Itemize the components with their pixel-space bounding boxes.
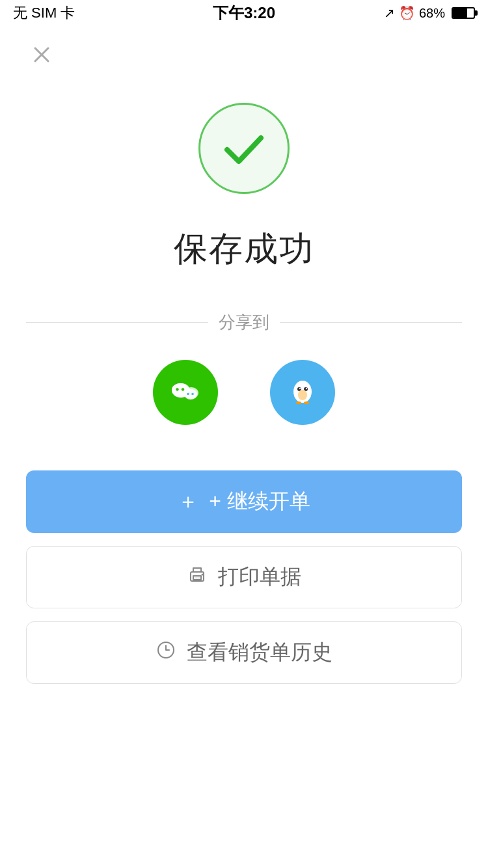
status-left: 无 SIM 卡 [13, 3, 80, 23]
svg-point-27 [304, 401, 309, 404]
share-section: 分享到 [26, 311, 462, 425]
plus-icon: ＋ [178, 487, 198, 516]
print-button[interactable]: 打印单据 [26, 546, 462, 608]
continue-label: + 继续开单 [209, 487, 310, 516]
share-label: 分享到 [219, 311, 269, 334]
svg-rect-29 [193, 576, 201, 580]
svg-point-26 [296, 401, 301, 404]
sim-status: 无 SIM 卡 [13, 3, 75, 23]
svg-point-15 [191, 393, 194, 396]
print-label: 打印单据 [218, 563, 301, 591]
status-right: ↗ ⏰ 68% [384, 5, 475, 21]
svg-point-13 [182, 388, 184, 390]
history-icon [156, 640, 176, 666]
success-icon [198, 103, 290, 194]
svg-point-23 [306, 388, 307, 389]
divider-left [26, 322, 208, 323]
svg-point-22 [299, 388, 301, 389]
close-button[interactable] [26, 39, 57, 70]
battery-percent: 68% [419, 6, 445, 21]
main-content: 保存成功 分享到 [0, 70, 488, 868]
action-buttons: ＋ + 继续开单 打印单据 查看销货单历 [26, 470, 462, 684]
svg-point-11 [184, 389, 197, 400]
wechat-share-button[interactable] [153, 360, 218, 425]
share-icons [153, 360, 335, 425]
success-title: 保存成功 [174, 226, 314, 272]
status-time: 下午3:20 [213, 3, 275, 23]
history-label: 查看销货单历史 [187, 638, 332, 667]
qq-share-button[interactable] [270, 360, 335, 425]
battery-bar [452, 7, 475, 19]
divider-right [280, 322, 462, 323]
svg-point-30 [202, 574, 204, 576]
battery-fill [453, 8, 467, 18]
history-button[interactable]: 查看销货单历史 [26, 621, 462, 684]
svg-point-25 [298, 390, 307, 400]
share-divider: 分享到 [26, 311, 462, 334]
status-bar: 无 SIM 卡 下午3:20 ↗ ⏰ 68% [0, 0, 488, 26]
svg-point-12 [176, 388, 178, 390]
location-icon: ↗ [384, 5, 395, 21]
print-icon [187, 564, 208, 590]
continue-button[interactable]: ＋ + 继续开单 [26, 470, 462, 533]
alarm-icon: ⏰ [399, 5, 415, 21]
svg-point-14 [187, 393, 189, 396]
